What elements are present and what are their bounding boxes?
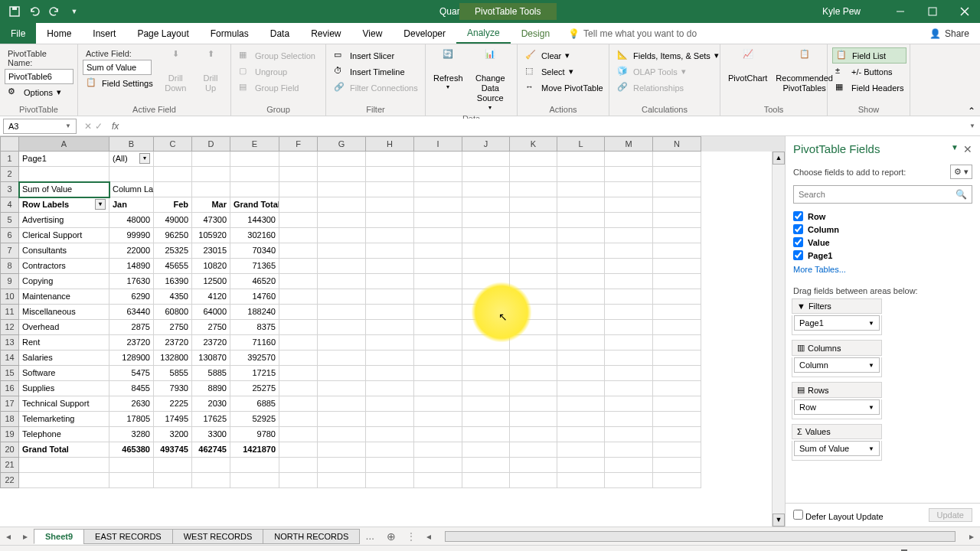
tab-data[interactable]: Data bbox=[260, 23, 300, 44]
pivot-value[interactable]: 60800 bbox=[154, 305, 192, 320]
cell[interactable] bbox=[605, 381, 653, 396]
cell[interactable] bbox=[462, 243, 510, 259]
pivot-row-label[interactable]: Telemarketing bbox=[19, 412, 109, 427]
hscroll-left[interactable]: ◂ bbox=[420, 531, 437, 542]
row-header-9[interactable]: 9 bbox=[0, 274, 19, 289]
sheet-tab-sheet9[interactable]: Sheet9 bbox=[34, 529, 84, 544]
name-box[interactable]: A3▼ bbox=[3, 119, 77, 134]
cell[interactable] bbox=[462, 396, 510, 412]
column-header-C[interactable]: C bbox=[154, 136, 192, 152]
cell[interactable] bbox=[462, 473, 510, 488]
cell[interactable] bbox=[279, 335, 318, 350]
cell[interactable] bbox=[510, 381, 557, 396]
cell[interactable] bbox=[557, 350, 605, 366]
active-field-input[interactable] bbox=[83, 60, 152, 75]
pivot-value[interactable]: 17630 bbox=[109, 274, 154, 289]
hscroll-right[interactable]: ▸ bbox=[963, 531, 980, 542]
column-header-G[interactable]: G bbox=[318, 136, 366, 152]
pivot-value[interactable]: 6290 bbox=[109, 289, 154, 305]
pivot-value[interactable]: 25275 bbox=[230, 381, 279, 396]
cell[interactable] bbox=[279, 152, 318, 167]
grand-total-value[interactable]: 493745 bbox=[154, 442, 192, 458]
column-header-N[interactable]: N bbox=[653, 136, 701, 152]
field-checkbox-row[interactable]: Row bbox=[793, 210, 972, 223]
cell[interactable] bbox=[318, 442, 366, 458]
cell[interactable] bbox=[653, 182, 701, 197]
row-header-1[interactable]: 1 bbox=[0, 152, 19, 167]
pivot-value[interactable]: 23720 bbox=[109, 335, 154, 350]
sheet-nav-first[interactable]: ◂ bbox=[0, 531, 17, 542]
cell[interactable] bbox=[366, 274, 414, 289]
fields-items-sets-button[interactable]: 📐Fields, Items, & Sets ▾ bbox=[614, 47, 722, 64]
row-header-12[interactable]: 12 bbox=[0, 320, 19, 335]
cell[interactable] bbox=[279, 197, 318, 213]
pivot-row-label[interactable]: Salaries bbox=[19, 350, 109, 366]
cell[interactable] bbox=[462, 427, 510, 442]
cell[interactable] bbox=[605, 320, 653, 335]
cell[interactable] bbox=[414, 305, 462, 320]
cell[interactable] bbox=[414, 289, 462, 305]
cell[interactable] bbox=[414, 350, 462, 366]
cell[interactable] bbox=[605, 152, 653, 167]
cell[interactable] bbox=[462, 213, 510, 228]
column-header-D[interactable]: D bbox=[192, 136, 230, 152]
pivot-value[interactable]: 130870 bbox=[192, 350, 230, 366]
cell[interactable] bbox=[510, 259, 557, 274]
cell[interactable] bbox=[653, 213, 701, 228]
cell[interactable] bbox=[414, 243, 462, 259]
cell[interactable] bbox=[510, 427, 557, 442]
column-labels-cell[interactable]: Column Labels▾ bbox=[109, 182, 154, 197]
cell[interactable] bbox=[653, 473, 701, 488]
cell[interactable] bbox=[318, 320, 366, 335]
pivot-value[interactable]: 3200 bbox=[154, 427, 192, 442]
cell[interactable] bbox=[366, 458, 414, 473]
cell[interactable] bbox=[318, 228, 366, 243]
pivot-value[interactable]: 5855 bbox=[154, 366, 192, 381]
sheet-nav-prev[interactable]: ▸ bbox=[17, 531, 34, 542]
select-all-corner[interactable] bbox=[0, 136, 19, 152]
sum-of-value-cell[interactable]: Sum of Value bbox=[19, 182, 109, 197]
cell[interactable] bbox=[154, 458, 192, 473]
pivot-value[interactable]: 23720 bbox=[154, 335, 192, 350]
pivot-value[interactable]: 5475 bbox=[109, 366, 154, 381]
cell[interactable] bbox=[279, 243, 318, 259]
cell[interactable] bbox=[510, 412, 557, 427]
cell[interactable] bbox=[510, 197, 557, 213]
cell[interactable] bbox=[605, 305, 653, 320]
cell[interactable] bbox=[366, 182, 414, 197]
pivot-value[interactable]: 188240 bbox=[230, 305, 279, 320]
pivot-value[interactable]: 2225 bbox=[154, 396, 192, 412]
scroll-down-button[interactable]: ▼ bbox=[773, 514, 785, 527]
grand-total-value[interactable]: 1421870 bbox=[230, 442, 279, 458]
cell[interactable] bbox=[318, 396, 366, 412]
column-header-B[interactable]: B bbox=[109, 136, 154, 152]
cell[interactable] bbox=[366, 381, 414, 396]
cell[interactable] bbox=[462, 289, 510, 305]
cell[interactable] bbox=[19, 458, 109, 473]
cell[interactable] bbox=[414, 335, 462, 350]
area-columns-item[interactable]: Column▼ bbox=[794, 357, 880, 373]
cell[interactable] bbox=[653, 274, 701, 289]
pivot-value[interactable]: 3280 bbox=[109, 427, 154, 442]
tell-me-search[interactable]: 💡 Tell me what you want to do bbox=[568, 23, 697, 44]
pivot-value[interactable]: 128900 bbox=[109, 350, 154, 366]
cell[interactable] bbox=[653, 350, 701, 366]
plusminus-buttons-button[interactable]: ±+/- Buttons bbox=[832, 64, 906, 80]
column-header-H[interactable]: H bbox=[366, 136, 414, 152]
cell[interactable] bbox=[653, 396, 701, 412]
column-header-I[interactable]: I bbox=[414, 136, 462, 152]
cell[interactable] bbox=[279, 427, 318, 442]
options-button[interactable]: ⚙Options ▾ bbox=[5, 84, 74, 100]
cell[interactable] bbox=[510, 213, 557, 228]
cell[interactable] bbox=[279, 274, 318, 289]
cell[interactable] bbox=[154, 152, 192, 167]
cell[interactable] bbox=[414, 320, 462, 335]
pivot-value[interactable]: 17495 bbox=[154, 412, 192, 427]
cell[interactable] bbox=[192, 152, 230, 167]
cell[interactable] bbox=[414, 412, 462, 427]
pivot-value[interactable]: 25325 bbox=[154, 243, 192, 259]
cell[interactable] bbox=[557, 152, 605, 167]
field-settings-button[interactable]: 📋Field Settings bbox=[83, 75, 156, 91]
pivot-row-label[interactable]: Maintenance bbox=[19, 289, 109, 305]
cell[interactable] bbox=[653, 458, 701, 473]
